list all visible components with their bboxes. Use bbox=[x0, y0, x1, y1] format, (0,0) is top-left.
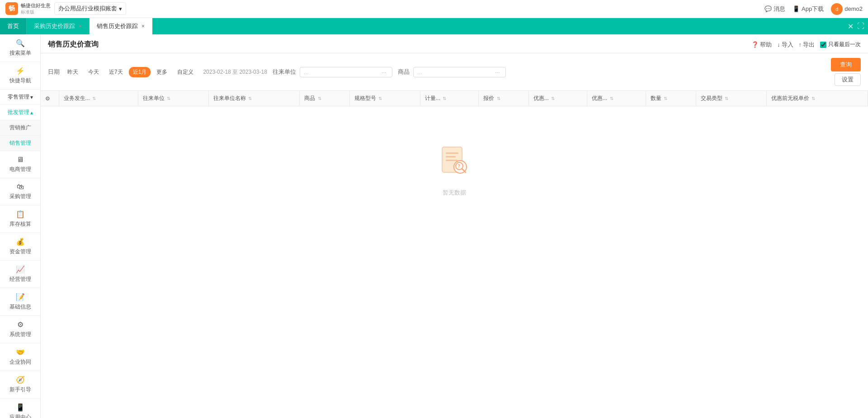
sort-icon-goods[interactable]: ⇅ bbox=[318, 96, 321, 101]
sidebar-item-search[interactable]: 🔍 搜索菜单 bbox=[0, 34, 40, 62]
sidebar-item-guide[interactable]: 🧭 新手引导 bbox=[0, 371, 40, 399]
counterpart-label: 往来单位 bbox=[273, 68, 296, 76]
import-button[interactable]: ↓ 导入 bbox=[777, 41, 793, 49]
operations-icon: 📈 bbox=[16, 265, 25, 274]
sidebar-item-system[interactable]: ⚙ 系统管理 bbox=[0, 316, 40, 343]
counterpart-picker-icon[interactable]: ··· bbox=[380, 69, 388, 76]
sort-icon-biz-date[interactable]: ⇅ bbox=[92, 96, 96, 101]
goods-filter-group: 商品 ··· bbox=[398, 67, 506, 77]
sort-icon-spec[interactable]: ⇅ bbox=[378, 96, 382, 101]
sort-icon-counterpart-name[interactable]: ⇅ bbox=[248, 96, 252, 101]
settings-button[interactable]: 设置 bbox=[835, 73, 861, 86]
goods-input-wrap: ··· bbox=[413, 67, 506, 77]
sidebar-item-enterprise[interactable]: 🤝 企业协同 bbox=[0, 343, 40, 371]
logo-area: 畅 畅捷信好生意 标准版 bbox=[5, 2, 51, 15]
tab-purchase[interactable]: 采购历史价跟踪 × bbox=[27, 18, 90, 34]
tab-bar-right: ✕ ⛶ bbox=[848, 18, 868, 34]
sidebar-label-enterprise: 企业协同 bbox=[9, 358, 31, 366]
stock-icon: 📋 bbox=[16, 210, 25, 218]
date-range-display: 2023-02-18 至 2023-03-18 bbox=[203, 68, 267, 76]
sidebar-item-sales-mgmt[interactable]: 销售管理 bbox=[0, 136, 40, 151]
sidebar-label-stock: 库存核算 bbox=[9, 220, 31, 228]
filter-bar: 日期 昨天 今天 近7天 近1月 更多 自定义 2023-02-18 至 202… bbox=[41, 53, 868, 91]
only-last-checkbox[interactable] bbox=[820, 42, 826, 48]
sidebar-item-purchase[interactable]: 🛍 采购管理 bbox=[0, 178, 40, 205]
close-window-icon[interactable]: ✕ bbox=[848, 22, 854, 31]
date-btn-7days[interactable]: 近7天 bbox=[105, 67, 127, 77]
search-icon: 🔍 bbox=[16, 39, 25, 48]
import-icon: ↓ bbox=[777, 41, 780, 48]
sidebar-item-stock[interactable]: 📋 库存核算 bbox=[0, 205, 40, 233]
col-goods: 商品 ⇅ bbox=[300, 91, 350, 106]
avatar: d bbox=[831, 3, 843, 15]
date-btn-custom[interactable]: 自定义 bbox=[173, 67, 198, 77]
help-label: 帮助 bbox=[760, 41, 772, 49]
home-tab-label: 首页 bbox=[7, 22, 19, 30]
sort-icon-discount1[interactable]: ⇅ bbox=[551, 96, 555, 101]
filter-action-group: 查询 设置 bbox=[831, 58, 861, 86]
help-button[interactable]: ❓ 帮助 bbox=[751, 41, 772, 49]
sort-icon-no-tax-price[interactable]: ⇅ bbox=[811, 96, 815, 101]
gear-icon[interactable]: ⚙ bbox=[45, 95, 50, 102]
svg-rect-1 bbox=[446, 152, 458, 154]
sidebar-label-guide: 新手引导 bbox=[9, 386, 31, 394]
col-quantity-label: 数量 bbox=[651, 95, 661, 101]
user-menu[interactable]: d demo2 bbox=[831, 3, 863, 15]
sales-tab-label: 销售历史价跟踪 bbox=[97, 22, 138, 30]
sidebar-item-marketing[interactable]: 营销推广 bbox=[0, 120, 40, 136]
goods-label: 商品 bbox=[398, 68, 410, 76]
main-layout: 🔍 搜索菜单 ⚡ 快捷导航 零售管理 ▾ 批发管理 ▴ 营销推广 销售管理 🖥 … bbox=[0, 34, 868, 418]
sidebar-item-base[interactable]: 📝 基础信息 bbox=[0, 288, 40, 316]
tab-sales[interactable]: 销售历史价跟踪 × bbox=[90, 18, 152, 34]
col-spec-label: 规格型号 bbox=[354, 95, 376, 101]
counterpart-input[interactable] bbox=[304, 69, 380, 76]
sort-icon-trade-type[interactable]: ⇅ bbox=[725, 96, 728, 101]
date-btn-1month[interactable]: 近1月 bbox=[129, 67, 151, 77]
date-btn-today[interactable]: 今天 bbox=[84, 67, 103, 77]
only-last-label: 只看最后一次 bbox=[828, 41, 861, 48]
sidebar-item-operations[interactable]: 📈 经营管理 bbox=[0, 261, 40, 288]
col-discount2-label: 优惠... bbox=[592, 95, 607, 101]
sidebar-label-purchase: 采购管理 bbox=[9, 193, 31, 200]
sort-icon-price[interactable]: ⇅ bbox=[497, 96, 500, 101]
empty-text: 暂无数据 bbox=[443, 189, 466, 197]
sidebar-item-ecommerce[interactable]: 🖥 电商管理 bbox=[0, 151, 40, 178]
sidebar-item-retail[interactable]: 零售管理 ▾ bbox=[0, 90, 40, 105]
goods-picker-icon[interactable]: ··· bbox=[493, 69, 502, 76]
sort-icon-discount2[interactable]: ⇅ bbox=[610, 96, 613, 101]
tab-home[interactable]: 首页 bbox=[0, 18, 27, 34]
sidebar-item-shortcut[interactable]: ⚡ 快捷导航 bbox=[0, 62, 40, 90]
col-biz-date-label: 业务发生... bbox=[64, 95, 90, 101]
sidebar-item-apps[interactable]: 📱 应用中心 bbox=[0, 399, 40, 418]
date-btn-yesterday[interactable]: 昨天 bbox=[63, 67, 82, 77]
sales-tab-close[interactable]: × bbox=[142, 23, 145, 29]
export-button[interactable]: ↑ 导出 bbox=[799, 41, 815, 49]
chevron-right-icon: ▾ bbox=[30, 94, 33, 100]
download-button[interactable]: 📱 App下载 bbox=[793, 5, 824, 13]
sidebar-item-wholesale[interactable]: 批发管理 ▴ bbox=[0, 105, 40, 120]
col-discount2: 优惠... ⇅ bbox=[587, 91, 646, 106]
goods-input[interactable] bbox=[417, 69, 493, 76]
message-label: 消息 bbox=[774, 5, 785, 13]
sort-icon-counterpart-code[interactable]: ⇅ bbox=[167, 96, 170, 101]
page-header: 销售历史价查询 ❓ 帮助 ↓ 导入 ↑ 导出 只看最后一次 bbox=[41, 34, 868, 53]
col-price: 报价 ⇅ bbox=[479, 91, 529, 106]
col-discount1-label: 优惠... bbox=[533, 95, 549, 101]
counterpart-filter-group: 往来单位 ··· bbox=[273, 67, 392, 77]
app-selector[interactable]: 办公用品行业模拟账套 ▾ bbox=[54, 2, 126, 15]
logo-name: 畅捷信好生意 bbox=[21, 2, 51, 9]
sidebar-label-base: 基础信息 bbox=[9, 303, 31, 311]
base-icon: 📝 bbox=[16, 293, 25, 301]
sort-icon-quantity[interactable]: ⇅ bbox=[664, 96, 667, 101]
message-button[interactable]: 💬 消息 bbox=[764, 5, 785, 13]
maximize-icon[interactable]: ⛶ bbox=[857, 22, 864, 30]
purchase-tab-close[interactable]: × bbox=[79, 23, 82, 29]
sidebar-item-finance[interactable]: 💰 资金管理 bbox=[0, 233, 40, 261]
sort-icon-unit[interactable]: ⇅ bbox=[443, 96, 446, 101]
query-button[interactable]: 查询 bbox=[831, 58, 861, 71]
purchase-icon: 🛍 bbox=[17, 183, 24, 191]
col-unit: 计量... ⇅ bbox=[420, 91, 479, 106]
date-btn-more[interactable]: 更多 bbox=[152, 67, 171, 77]
tab-bar: 首页 采购历史价跟踪 × 销售历史价跟踪 × ✕ ⛶ bbox=[0, 18, 868, 34]
sidebar-label-system: 系统管理 bbox=[9, 331, 31, 338]
